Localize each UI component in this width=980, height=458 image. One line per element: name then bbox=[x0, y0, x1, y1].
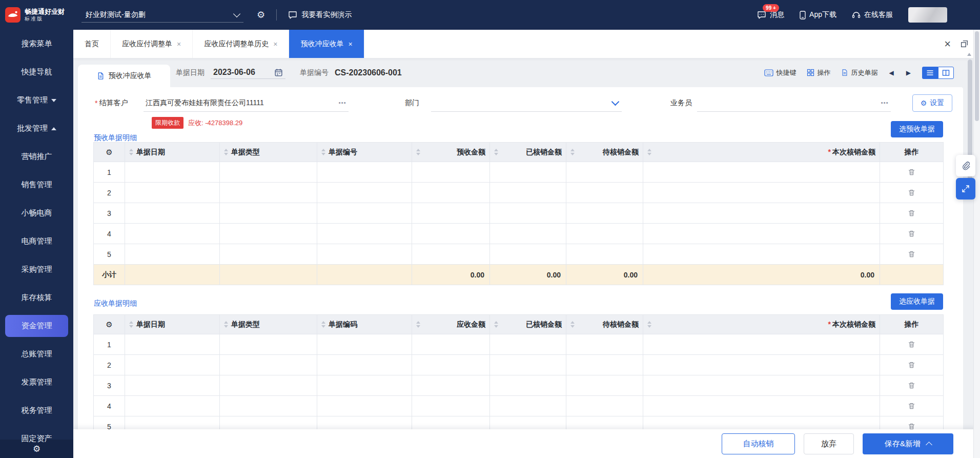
sidebar-item-retail-mgmt[interactable]: 零售管理 bbox=[0, 86, 73, 114]
list-view-toggle[interactable] bbox=[922, 67, 938, 79]
cell-amount[interactable] bbox=[412, 375, 490, 396]
cell-verified[interactable] bbox=[490, 224, 566, 244]
calendar-icon[interactable] bbox=[274, 68, 283, 77]
cell-date[interactable] bbox=[125, 183, 220, 203]
close-tab-icon[interactable]: × bbox=[273, 40, 277, 48]
cell-current[interactable] bbox=[643, 203, 880, 224]
cell-type[interactable] bbox=[220, 396, 317, 416]
cell-date[interactable] bbox=[125, 396, 220, 416]
cell-pending[interactable] bbox=[566, 396, 643, 416]
expand-button[interactable] bbox=[956, 178, 975, 200]
cell-verified[interactable] bbox=[490, 162, 566, 183]
cell-current[interactable] bbox=[643, 375, 880, 396]
delete-row-button[interactable] bbox=[907, 249, 916, 259]
column-header-date[interactable]: 单据日期 bbox=[129, 320, 215, 329]
table-row[interactable]: 1 bbox=[94, 334, 944, 355]
cell-current[interactable] bbox=[643, 183, 880, 203]
column-header-type[interactable]: 单据类型 bbox=[224, 148, 313, 157]
lookup-icon[interactable]: ⋯ bbox=[338, 98, 346, 108]
table-row[interactable]: 3 bbox=[94, 375, 944, 396]
sidebar-item-marketing[interactable]: 营销推广 bbox=[0, 143, 73, 171]
sidebar-item-sales-mgmt[interactable]: 销售管理 bbox=[0, 171, 73, 199]
table-row[interactable]: 2 bbox=[94, 355, 944, 375]
cell-current[interactable] bbox=[643, 244, 880, 265]
cell-pending[interactable] bbox=[566, 183, 643, 203]
column-header-verified[interactable]: 已核销金额 bbox=[494, 148, 562, 157]
cell-amount[interactable] bbox=[412, 355, 490, 375]
tab-prepay-offset[interactable]: 预收冲应收单× bbox=[289, 30, 364, 58]
cell-no[interactable] bbox=[317, 162, 412, 183]
cell-pending[interactable] bbox=[566, 224, 643, 244]
cell-verified[interactable] bbox=[490, 244, 566, 265]
cell-amount[interactable] bbox=[412, 224, 490, 244]
delete-row-button[interactable] bbox=[907, 208, 916, 218]
sidebar-item-search-menu[interactable]: 搜索菜单 bbox=[0, 30, 73, 58]
cell-amount[interactable] bbox=[412, 396, 490, 416]
close-all-tabs-icon[interactable]: × bbox=[944, 38, 951, 50]
table-row[interactable]: 2 bbox=[94, 183, 944, 203]
cell-pending[interactable] bbox=[566, 244, 643, 265]
cell-amount[interactable] bbox=[412, 334, 490, 355]
column-header-amount[interactable]: 预收金额 bbox=[416, 148, 485, 157]
cell-date[interactable] bbox=[125, 244, 220, 265]
table-row[interactable]: 4 bbox=[94, 224, 944, 244]
chevron-down-icon[interactable] bbox=[611, 98, 620, 106]
sidebar-item-general-ledger[interactable]: 总账管理 bbox=[0, 340, 73, 368]
table-row[interactable]: 3 bbox=[94, 203, 944, 224]
sidebar-item-ecommerce-mgmt[interactable]: 电商管理 bbox=[0, 227, 73, 255]
prepay-section-title[interactable]: 预收单据明细 bbox=[94, 133, 137, 143]
delete-row-button[interactable] bbox=[907, 360, 916, 370]
cell-verified[interactable] bbox=[490, 203, 566, 224]
tab-home[interactable]: 首页 bbox=[73, 30, 111, 58]
cell-pending[interactable] bbox=[566, 355, 643, 375]
table-row[interactable]: 5 bbox=[94, 244, 944, 265]
scroll-up-arrow[interactable] bbox=[967, 53, 971, 56]
sidebar-item-funds-mgmt[interactable]: 资金管理 bbox=[0, 312, 73, 340]
column-header-current[interactable]: *本次核销金额 bbox=[647, 148, 875, 157]
delete-row-button[interactable] bbox=[907, 340, 916, 349]
column-header-current[interactable]: *本次核销金额 bbox=[647, 320, 875, 329]
topbar-gear-icon[interactable]: ⚙ bbox=[257, 9, 265, 21]
cell-date[interactable] bbox=[125, 203, 220, 224]
cell-type[interactable] bbox=[220, 224, 317, 244]
cell-type[interactable] bbox=[220, 334, 317, 355]
salesman-field[interactable]: ⋯ bbox=[697, 94, 891, 112]
cell-no[interactable] bbox=[317, 203, 412, 224]
cell-date[interactable] bbox=[125, 224, 220, 244]
cell-amount[interactable] bbox=[412, 244, 490, 265]
sidebar-item-quick-nav[interactable]: 快捷导航 bbox=[0, 58, 73, 86]
online-service-button[interactable]: 在线客服 bbox=[852, 10, 893, 19]
cell-no[interactable] bbox=[317, 396, 412, 416]
cell-type[interactable] bbox=[220, 244, 317, 265]
delete-row-button[interactable] bbox=[907, 167, 916, 177]
app-download-button[interactable]: App下载 bbox=[800, 10, 836, 19]
date-field[interactable]: 2023-06-06 bbox=[211, 66, 285, 79]
table-settings-icon[interactable]: ⚙ bbox=[94, 315, 125, 334]
cell-date[interactable] bbox=[125, 334, 220, 355]
cell-current[interactable] bbox=[643, 334, 880, 355]
cell-verified[interactable] bbox=[490, 334, 566, 355]
shortcut-keys-button[interactable]: 快捷键 bbox=[764, 68, 797, 77]
cell-no[interactable] bbox=[317, 355, 412, 375]
delete-row-button[interactable] bbox=[907, 188, 916, 197]
lookup-icon[interactable]: ⋯ bbox=[881, 98, 889, 108]
next-doc-icon[interactable]: ▶ bbox=[905, 69, 912, 76]
cell-amount[interactable] bbox=[412, 183, 490, 203]
cell-pending[interactable] bbox=[566, 375, 643, 396]
form-view-toggle[interactable] bbox=[938, 67, 954, 79]
delete-row-button[interactable] bbox=[907, 401, 916, 411]
close-tab-icon[interactable]: × bbox=[348, 40, 352, 48]
sidebar-item-inventory-accounting[interactable]: 库存核算 bbox=[0, 284, 73, 312]
sidebar-item-invoice-mgmt[interactable]: 发票管理 bbox=[0, 368, 73, 396]
tab-adjustment[interactable]: 应收应付调整单× bbox=[111, 30, 193, 58]
cell-type[interactable] bbox=[220, 203, 317, 224]
sidebar-item-wholesale-mgmt[interactable]: 批发管理 bbox=[0, 114, 73, 143]
user-avatar[interactable] bbox=[908, 7, 947, 23]
settings-button[interactable]: ⚙ 设置 bbox=[912, 94, 952, 112]
dept-field[interactable] bbox=[431, 94, 622, 112]
sidebar-item-purchase-mgmt[interactable]: 采购管理 bbox=[0, 255, 73, 284]
cell-amount[interactable] bbox=[412, 203, 490, 224]
page-scrollbar[interactable] bbox=[973, 30, 980, 458]
column-header-date[interactable]: 单据日期 bbox=[129, 148, 215, 157]
cell-verified[interactable] bbox=[490, 355, 566, 375]
